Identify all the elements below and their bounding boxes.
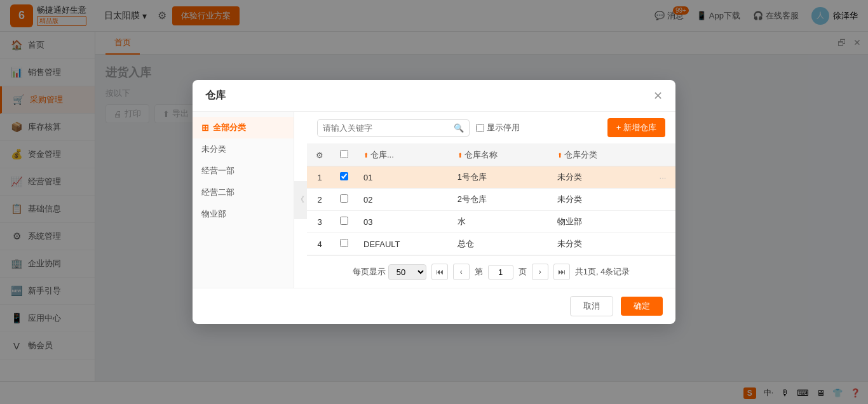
select-all-checkbox[interactable] bbox=[340, 150, 348, 158]
row-checkbox[interactable] bbox=[332, 211, 356, 233]
page-last-btn[interactable]: ⏭ bbox=[553, 264, 570, 280]
th-name-label: 仓库名称 bbox=[465, 149, 498, 161]
row-actions bbox=[650, 189, 675, 211]
modal-title: 仓库 bbox=[205, 89, 226, 102]
search-icon[interactable]: 🔍 bbox=[449, 120, 469, 136]
row-category: 未分类 bbox=[550, 233, 650, 255]
row-index: 1 bbox=[307, 166, 332, 189]
page-label: 第 bbox=[475, 266, 483, 278]
row-actions: ··· bbox=[650, 166, 675, 189]
show-disabled-label: 显示停用 bbox=[476, 122, 520, 133]
row-actions bbox=[650, 233, 675, 255]
table-row[interactable]: 2 02 2号仓库 未分类 bbox=[307, 189, 675, 211]
search-box: 🔍 bbox=[317, 119, 470, 137]
app-layout: 🏠 首页 📊 销售管理 🛒 采购管理 📦 库存核算 💰 资金管理 📈 经营管理 … bbox=[0, 32, 868, 404]
warehouse-table-wrap: ⚙ ⬆ 仓库... bbox=[307, 144, 675, 255]
category-sidebar: ⊞ 全部分类 未分类 经营一部 经营二部 物业部 bbox=[193, 112, 294, 288]
modal-header: 仓库 ✕ bbox=[193, 80, 675, 112]
th-cat-label: 仓库分类 bbox=[564, 149, 597, 161]
row-index: 2 bbox=[307, 189, 332, 211]
table-header-row: ⚙ ⬆ 仓库... bbox=[307, 144, 675, 166]
page-suffix: 页 bbox=[519, 266, 527, 278]
page-size-select: 每页显示 50 100 200 bbox=[353, 264, 426, 280]
row-category: 未分类 bbox=[550, 189, 650, 211]
category-item-property[interactable]: 物业部 bbox=[193, 203, 294, 225]
category-all[interactable]: ⊞ 全部分类 bbox=[193, 117, 294, 138]
category-item-dept1[interactable]: 经营一部 bbox=[193, 160, 294, 182]
row-name: 2号仓库 bbox=[450, 189, 550, 211]
modal-overlay: 仓库 ✕ ⊞ 全部分类 未分类 经营一部 经营二部 物业部 bbox=[95, 32, 868, 404]
th-checkbox bbox=[332, 144, 356, 166]
row-code: 03 bbox=[356, 211, 450, 233]
row-select-checkbox[interactable] bbox=[340, 172, 348, 180]
row-select-checkbox[interactable] bbox=[340, 194, 348, 203]
ok-btn[interactable]: 确定 bbox=[621, 297, 663, 316]
row-code: 01 bbox=[356, 166, 450, 189]
per-page-label: 每页显示 bbox=[353, 266, 386, 278]
th-code: ⬆ 仓库... bbox=[356, 144, 450, 166]
row-name: 总仓 bbox=[450, 233, 550, 255]
add-warehouse-btn[interactable]: + 新增仓库 bbox=[607, 118, 665, 137]
category-item-dept2[interactable]: 经营二部 bbox=[193, 182, 294, 203]
per-page-dropdown[interactable]: 50 100 200 bbox=[388, 264, 426, 280]
cancel-btn[interactable]: 取消 bbox=[570, 296, 613, 316]
row-select-checkbox[interactable] bbox=[340, 239, 348, 247]
table-row[interactable]: 3 03 水 物业部 bbox=[307, 211, 675, 233]
th-cat-sort-icon: ⬆ bbox=[557, 152, 562, 159]
row-select-checkbox[interactable] bbox=[340, 217, 348, 225]
page-prev-btn[interactable]: ‹ bbox=[453, 264, 470, 280]
row-checkbox[interactable] bbox=[332, 233, 356, 255]
table-row[interactable]: 1 01 1号仓库 未分类 ··· bbox=[307, 166, 675, 189]
row-index: 3 bbox=[307, 211, 332, 233]
modal-toolbar: 🔍 显示停用 + 新增仓库 bbox=[307, 112, 675, 144]
th-code-sort-icon: ⬆ bbox=[363, 152, 369, 159]
row-category: 未分类 bbox=[550, 166, 650, 189]
row-code: DEFAULT bbox=[356, 233, 450, 255]
category-item-none[interactable]: 未分类 bbox=[193, 138, 294, 160]
row-actions bbox=[650, 211, 675, 233]
search-input[interactable] bbox=[318, 120, 449, 136]
grid-icon: ⊞ bbox=[201, 123, 209, 133]
modal-close-btn[interactable]: ✕ bbox=[653, 90, 663, 102]
page-next-btn[interactable]: › bbox=[532, 264, 548, 280]
table-row[interactable]: 4 DEFAULT 总仓 未分类 bbox=[307, 233, 675, 255]
th-code-label: 仓库... bbox=[370, 149, 394, 161]
main-content: 首页 🗗 ✕ 进货入库 按以下 🖨 打印 ⬆ 导出 ↻ 刷新 查询 设置 bbox=[95, 32, 868, 404]
row-code: 02 bbox=[356, 189, 450, 211]
th-name-sort-icon: ⬆ bbox=[458, 152, 463, 159]
row-name: 1号仓库 bbox=[450, 166, 550, 189]
show-disabled-checkbox[interactable] bbox=[476, 124, 484, 132]
row-checkbox[interactable] bbox=[332, 189, 356, 211]
warehouse-table: ⚙ ⬆ 仓库... bbox=[307, 144, 675, 255]
row-name: 水 bbox=[450, 211, 550, 233]
pagination: 每页显示 50 100 200 ⏮ ‹ 第 页 bbox=[307, 255, 675, 288]
page-input[interactable] bbox=[488, 265, 513, 279]
total-info: 共1页, 4条记录 bbox=[575, 266, 630, 278]
row-category: 物业部 bbox=[550, 211, 650, 233]
modal-body: ⊞ 全部分类 未分类 经营一部 经营二部 物业部 《 bbox=[193, 112, 675, 288]
warehouse-modal: 仓库 ✕ ⊞ 全部分类 未分类 经营一部 经营二部 物业部 bbox=[193, 80, 675, 324]
th-actions bbox=[650, 144, 675, 166]
show-disabled-text: 显示停用 bbox=[487, 122, 520, 133]
sidebar-collapse-btn[interactable]: 《 bbox=[294, 181, 307, 219]
row-checkbox[interactable] bbox=[332, 166, 356, 189]
th-name: ⬆ 仓库名称 bbox=[450, 144, 550, 166]
th-gear: ⚙ bbox=[307, 144, 332, 166]
modal-footer: 取消 确定 bbox=[193, 288, 675, 324]
row-index: 4 bbox=[307, 233, 332, 255]
page-first-btn[interactable]: ⏮ bbox=[431, 264, 448, 280]
modal-main: 🔍 显示停用 + 新增仓库 bbox=[307, 112, 675, 288]
th-category: ⬆ 仓库分类 bbox=[550, 144, 650, 166]
category-all-label: 全部分类 bbox=[213, 122, 246, 133]
